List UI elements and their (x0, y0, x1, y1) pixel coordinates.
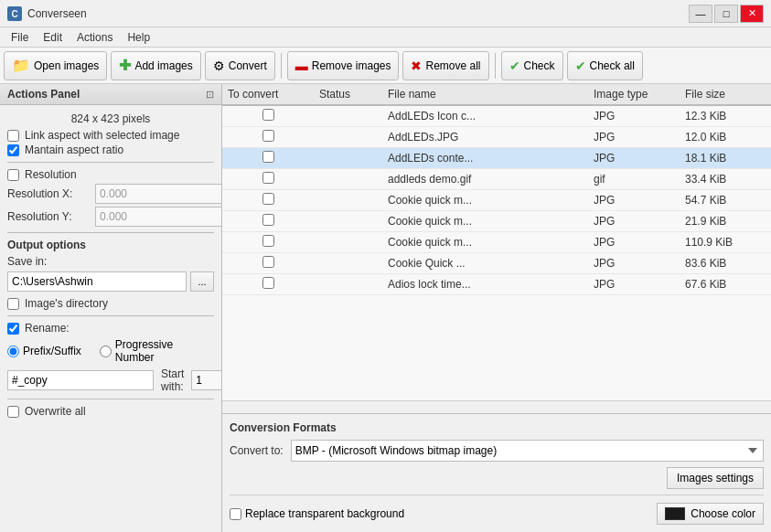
divider-3 (7, 315, 214, 316)
table-row[interactable]: AddLEDs.JPG JPG 12.0 KiB (222, 127, 771, 148)
table-header: To convert Status File name Image type F… (222, 84, 771, 105)
images-settings-button[interactable]: Images settings (667, 467, 764, 489)
row-checkbox-cell[interactable] (222, 232, 314, 253)
panel-scroll[interactable]: 824 x 423 pixels Link aspect with select… (0, 105, 221, 532)
overwrite-all-label[interactable]: Overwrite all (25, 405, 86, 418)
rename-label[interactable]: Rename: (25, 322, 70, 335)
rename-value-input[interactable] (7, 370, 154, 390)
add-images-label: Add images (134, 59, 192, 72)
menu-file[interactable]: File (4, 29, 36, 46)
images-dir-label[interactable]: Image's directory (25, 297, 108, 310)
maintain-aspect-row: Mantain aspect ratio (7, 144, 214, 156)
menu-edit[interactable]: Edit (36, 29, 70, 46)
replace-transparent-checkbox[interactable] (230, 508, 241, 520)
table-row[interactable]: Adios lock time... JPG 67.6 KiB (222, 274, 771, 295)
prefix-suffix-label[interactable]: Prefix/Suffix (23, 345, 81, 357)
rename-checkbox[interactable] (7, 323, 19, 335)
row-checkbox-cell[interactable] (222, 105, 314, 127)
col-to-convert: To convert (222, 84, 314, 105)
row-checkbox-cell[interactable] (222, 274, 314, 295)
choose-color-button[interactable]: Choose color (657, 503, 764, 525)
start-with-label: Start with: (161, 367, 184, 393)
overwrite-all-checkbox[interactable] (7, 406, 19, 418)
convert-button[interactable]: ⚙ Convert (205, 51, 275, 80)
convert-to-label: Convert to: (230, 444, 284, 457)
row-checkbox[interactable] (262, 109, 274, 121)
check-all-button[interactable]: ✔ Check all (567, 51, 643, 80)
row-file-size: 21.9 KiB (680, 211, 771, 232)
menu-help[interactable]: Help (120, 29, 157, 46)
file-table-scroll[interactable]: To convert Status File name Image type F… (222, 84, 771, 400)
link-aspect-row: Link aspect with selected image (7, 129, 214, 142)
check-icon: ✔ (509, 59, 520, 73)
col-status: Status (314, 84, 382, 105)
table-row[interactable]: Cookie quick m... JPG 54.7 KiB (222, 190, 771, 211)
row-file-size: 12.3 KiB (680, 105, 771, 127)
row-status (314, 105, 382, 127)
menu-actions[interactable]: Actions (70, 29, 120, 46)
row-checkbox-cell[interactable] (222, 253, 314, 274)
replace-transparent-label[interactable]: Replace transparent background (245, 507, 404, 520)
prefix-suffix-radio[interactable] (7, 346, 19, 357)
row-image-type: JPG (588, 127, 680, 148)
add-images-button[interactable]: ✚ Add images (111, 51, 200, 80)
row-checkbox-cell[interactable] (222, 211, 314, 232)
start-with-input[interactable] (191, 370, 221, 390)
check-all-label: Check all (590, 59, 635, 72)
row-checkbox-cell[interactable] (222, 190, 314, 211)
panel-restore-icon[interactable]: ⊡ (206, 89, 214, 101)
minimize-button[interactable]: — (689, 5, 712, 23)
progressive-number-radio[interactable] (100, 346, 112, 357)
table-row[interactable]: AddLEDs Icon c... JPG 12.3 KiB (222, 105, 771, 127)
remove-all-button[interactable]: ✖ Remove all (402, 51, 488, 80)
table-row[interactable]: Cookie quick m... JPG 21.9 KiB (222, 211, 771, 232)
resolution-label[interactable]: Resolution (25, 168, 77, 181)
maintain-aspect-checkbox[interactable] (7, 144, 19, 156)
replace-transparent-row: Replace transparent background (230, 507, 404, 520)
row-checkbox[interactable] (262, 235, 274, 247)
col-file-size: File size (680, 84, 771, 105)
resolution-x-input[interactable] (95, 184, 221, 204)
horizontal-scrollbar[interactable] (222, 400, 771, 413)
row-checkbox-cell[interactable] (222, 148, 314, 169)
resolution-checkbox[interactable] (7, 169, 19, 181)
table-row[interactable]: Cookie quick m... JPG 110.9 KiB (222, 232, 771, 253)
toolbar-separator-2 (495, 53, 496, 79)
row-checkbox[interactable] (262, 256, 274, 268)
check-button[interactable]: ✔ Check (501, 51, 563, 80)
maintain-aspect-label[interactable]: Mantain aspect ratio (25, 144, 123, 156)
row-checkbox[interactable] (262, 193, 274, 205)
table-row[interactable]: AddLEDs conte... JPG 18.1 KiB (222, 148, 771, 169)
row-status (314, 232, 382, 253)
remove-images-button[interactable]: ▬ Remove images (287, 51, 400, 80)
table-row[interactable]: Cookie Quick ... JPG 83.6 KiB (222, 253, 771, 274)
row-filename: Cookie Quick ... (382, 253, 588, 274)
actions-panel: Actions Panel ⊡ 824 x 423 pixels Link as… (0, 84, 222, 532)
row-status (314, 253, 382, 274)
row-image-type: JPG (588, 148, 680, 169)
rename-section: Rename: Prefix/Suffix Progressive Number (7, 322, 214, 393)
link-aspect-checkbox[interactable] (7, 130, 19, 142)
row-checkbox[interactable] (262, 277, 274, 289)
row-checkbox[interactable] (262, 214, 274, 226)
maximize-button[interactable]: □ (714, 5, 738, 23)
close-button[interactable]: ✕ (740, 5, 764, 23)
table-row[interactable]: addleds demo.gif gif 33.4 KiB (222, 169, 771, 190)
save-path-input[interactable] (7, 271, 187, 292)
row-checkbox[interactable] (262, 172, 274, 184)
convert-to-select[interactable]: BMP - (Microsoft Windows bitmap image)JP… (291, 440, 764, 462)
progressive-number-label[interactable]: Progressive Number (115, 338, 214, 364)
row-checkbox[interactable] (262, 151, 274, 163)
row-filename: Adios lock time... (382, 274, 588, 295)
remove-images-label: Remove images (312, 59, 391, 72)
row-checkbox-cell[interactable] (222, 127, 314, 148)
remove-images-icon: ▬ (295, 59, 308, 73)
row-checkbox-cell[interactable] (222, 169, 314, 190)
images-dir-checkbox[interactable] (7, 298, 19, 310)
row-checkbox[interactable] (262, 130, 274, 142)
convert-to-row: Convert to: BMP - (Microsoft Windows bit… (230, 440, 764, 462)
resolution-y-input[interactable] (95, 207, 221, 227)
open-images-button[interactable]: 📁 Open images (4, 51, 107, 80)
link-aspect-label[interactable]: Link aspect with selected image (25, 129, 179, 142)
browse-button[interactable]: ... (190, 271, 214, 292)
